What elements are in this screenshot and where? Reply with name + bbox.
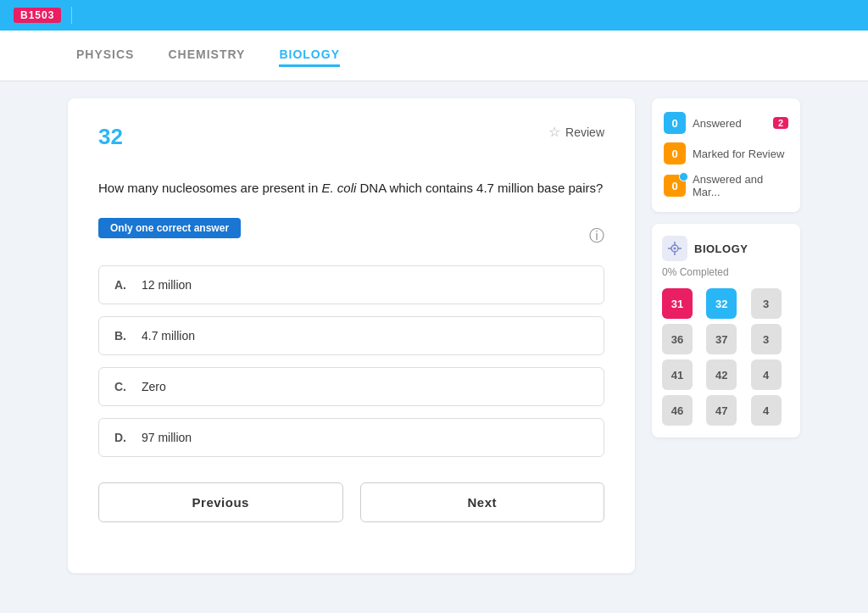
q-btn-41[interactable]: 41	[662, 359, 693, 390]
marked-label: Marked for Review	[693, 148, 784, 160]
option-d[interactable]: D. 97 million	[98, 418, 604, 457]
subject-icon	[662, 236, 687, 261]
info-icon[interactable]: ⓘ	[589, 226, 604, 246]
nav-buttons: Previous Next	[98, 482, 604, 522]
option-b-text: 4.7 million	[142, 329, 195, 343]
q-btn-46[interactable]: 46	[662, 395, 693, 426]
legend-answered: 0 Answered 2	[664, 112, 788, 134]
option-a[interactable]: A. 12 million	[98, 265, 604, 304]
option-b-letter: B.	[114, 329, 130, 343]
previous-button[interactable]: Previous	[98, 482, 343, 522]
subject-name: BIOLOGY	[694, 242, 748, 255]
q-btn-36[interactable]: 36	[662, 324, 693, 354]
option-d-letter: D.	[114, 431, 130, 444]
q-btn-31[interactable]: 31	[662, 288, 693, 319]
tabs-bar: PHYSICS CHEMISTRY BIOLOGY	[0, 31, 868, 81]
q-btn-32[interactable]: 32	[706, 288, 737, 319]
sidebar: 0 Answered 2 0 Marked for Review 0 Answe…	[652, 98, 800, 573]
answered-marked-badge: 0	[664, 175, 686, 197]
answered-count: 2	[773, 117, 788, 129]
tab-physics[interactable]: PHYSICS	[76, 45, 134, 67]
answered-badge: 0	[664, 112, 686, 134]
options-list: A. 12 million B. 4.7 million C. Zero D. …	[98, 265, 604, 457]
option-a-letter: A.	[114, 278, 130, 292]
option-b[interactable]: B. 4.7 million	[98, 316, 604, 355]
star-icon: ☆	[548, 124, 560, 140]
question-grid: 31 32 3 36 37 3 41 42 4 46 47 4	[662, 288, 790, 426]
completed-text: 0% Completed	[662, 266, 790, 278]
review-label: Review	[565, 125, 604, 139]
logo-badge: B1503	[14, 8, 61, 23]
q-btn-47[interactable]: 47	[706, 395, 737, 426]
question-number: 32	[98, 124, 123, 150]
biology-icon	[667, 241, 682, 256]
question-text: How many nucleosomes are present in E. c…	[98, 177, 604, 199]
option-c-text: Zero	[142, 380, 166, 393]
question-card: 32 ☆ Review How many nucleosomes are pre…	[68, 98, 635, 573]
legend-marked: 0 Marked for Review	[664, 142, 788, 164]
question-header-row: 32 ☆ Review	[98, 124, 604, 165]
option-c[interactable]: C. Zero	[98, 367, 604, 406]
top-bar: B1503	[0, 0, 868, 31]
top-bar-divider	[71, 7, 72, 24]
option-a-text: 12 million	[142, 278, 192, 292]
main-layout: 32 ☆ Review How many nucleosomes are pre…	[0, 81, 868, 590]
q-btn-43[interactable]: 4	[751, 359, 782, 390]
marked-badge: 0	[664, 142, 686, 164]
q-btn-38[interactable]: 3	[751, 324, 782, 354]
legend-answered-marked: 0 Answered and Mar...	[664, 173, 788, 198]
next-button[interactable]: Next	[360, 482, 605, 522]
answer-type-badge: Only one correct answer	[98, 218, 241, 238]
answered-label: Answered	[693, 117, 742, 130]
question-text-italic: E. coli	[321, 181, 356, 195]
svg-point-1	[674, 248, 676, 250]
tab-biology[interactable]: BIOLOGY	[279, 45, 340, 67]
question-text-before: How many nucleosomes are present in	[98, 181, 321, 195]
question-text-after: DNA which contains 4.7 million base pair…	[356, 181, 603, 195]
legend-card: 0 Answered 2 0 Marked for Review 0 Answe…	[652, 98, 800, 212]
q-btn-37[interactable]: 37	[706, 324, 737, 354]
option-c-letter: C.	[114, 380, 130, 393]
tab-chemistry[interactable]: CHEMISTRY	[168, 45, 245, 67]
q-btn-48[interactable]: 4	[751, 395, 782, 426]
q-btn-42[interactable]: 42	[706, 359, 737, 390]
review-button[interactable]: ☆ Review	[548, 124, 604, 140]
option-d-text: 97 million	[142, 431, 192, 444]
answered-marked-label: Answered and Mar...	[693, 173, 788, 198]
subject-section: BIOLOGY 0% Completed 31 32 3 36 37 3 41 …	[652, 224, 800, 437]
subject-header: BIOLOGY	[662, 236, 790, 261]
q-btn-33[interactable]: 3	[751, 288, 782, 319]
